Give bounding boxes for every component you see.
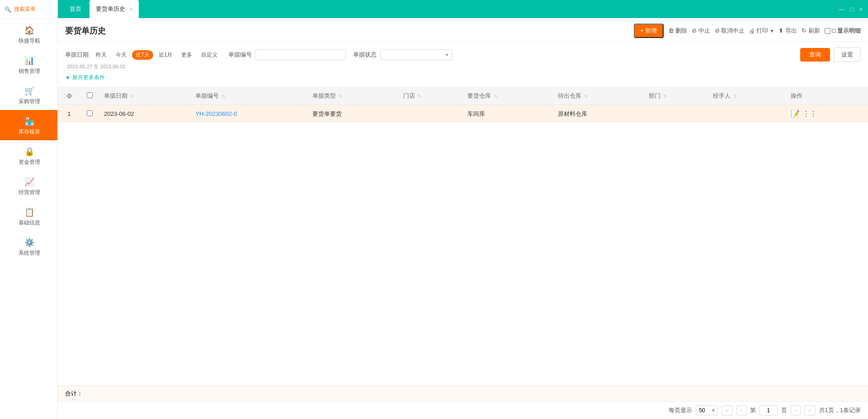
cancel-stop-button[interactable]: ⊘ 取消中止 xyxy=(715,27,745,35)
col-type-label: 单据类型 xyxy=(312,92,336,99)
sort-pending-wh-icon[interactable]: ⇅ xyxy=(584,94,588,99)
date-btn-1month[interactable]: 近1月 xyxy=(155,50,176,60)
sidebar-label-basic-info: 基础信息 xyxy=(19,219,40,227)
per-page-label: 每页显示 xyxy=(669,406,692,414)
sort-type-icon[interactable]: ⇅ xyxy=(339,94,342,99)
row-pending-warehouse: 原材料仓库 xyxy=(552,105,643,123)
table-settings-icon[interactable]: ⚙ xyxy=(66,92,72,100)
filter-row: 单据日期 昨天 今天 近7天 近1月 更多 自定义 单据编号 xyxy=(65,48,861,62)
settings-button[interactable]: 设置 xyxy=(834,48,861,62)
tab-home[interactable]: 首页 xyxy=(63,0,88,18)
col-req-warehouse-label: 要货仓库 xyxy=(467,92,491,99)
row-checkbox[interactable] xyxy=(87,110,93,116)
date-btn-more[interactable]: 更多 xyxy=(178,50,196,60)
first-page-btn[interactable]: « xyxy=(722,405,733,415)
query-button[interactable]: 查询 xyxy=(800,48,830,62)
sidebar-item-operations[interactable]: 📈 经营管理 xyxy=(0,171,57,201)
sidebar-item-purchase[interactable]: 🛒 采购管理 xyxy=(0,80,57,110)
system-icon: ⚙️ xyxy=(24,238,34,248)
col-no-label: 单据编号 xyxy=(195,92,219,99)
inventory-icon: 🏪 xyxy=(24,116,34,126)
sidebar: 🔍 搜索菜单 🏠 快捷导航 📊 销售管理 🛒 采购管理 🏪 库存核算 🔒 资金管… xyxy=(0,0,58,419)
row-date: 2023-06-02 xyxy=(99,105,190,123)
select-all-checkbox[interactable] xyxy=(87,92,93,98)
sidebar-item-finance[interactable]: 🔒 资金管理 xyxy=(0,140,57,171)
page-label-after: 页 xyxy=(781,406,787,414)
expand-more-btn[interactable]: ▼ 展开更多条件 xyxy=(65,74,861,81)
home-icon: 🏠 xyxy=(24,25,34,35)
sort-dept-icon[interactable]: ⇅ xyxy=(663,94,667,99)
sidebar-item-quick-nav[interactable]: 🏠 快捷导航 xyxy=(0,19,57,49)
tab-active[interactable]: 要货单历史 × xyxy=(90,0,139,18)
sidebar-item-basic-info[interactable]: 📋 基础信息 xyxy=(0,201,57,231)
col-actions: 操作 xyxy=(785,87,868,105)
col-store-label: 门店 xyxy=(403,92,415,99)
status-label: 单据状态 xyxy=(353,51,377,59)
next-page-btn[interactable]: › xyxy=(791,405,801,415)
expand-icon: ▼ xyxy=(65,75,71,81)
date-btn-7days[interactable]: 近7天 xyxy=(132,50,153,60)
delete-button[interactable]: 🗑 删除 xyxy=(668,27,688,35)
more-action-btn[interactable]: ⋮⋮ xyxy=(802,110,817,118)
main-area: 首页 要货单历史 × — □ × 要货单历史 + 新增 🗑 删除 ⊘ 中止 ⊘ … xyxy=(58,0,868,419)
display-detail-toggle[interactable]: □ 显示明细 xyxy=(825,27,861,35)
col-select-all xyxy=(80,87,99,105)
col-settings: ⚙ xyxy=(58,87,80,105)
page-label-before: 第 xyxy=(750,406,756,414)
search-menu[interactable]: 🔍 搜索菜单 xyxy=(0,0,57,19)
date-btn-yesterday[interactable]: 昨天 xyxy=(92,50,110,60)
table-header-row: ⚙ 单据日期 ⇅ 单据编号 ⇅ xyxy=(58,87,868,105)
action-buttons: 📝 ⋮⋮ xyxy=(791,110,863,118)
last-page-btn[interactable]: » xyxy=(804,405,816,415)
filter-actions: 查询 设置 xyxy=(800,48,861,62)
tab-active-label: 要货单历史 xyxy=(96,5,125,13)
maximize-btn[interactable]: □ xyxy=(850,6,854,13)
per-page-select[interactable]: 50 100 200 xyxy=(696,405,718,415)
col-req-warehouse: 要货仓库 ⇅ xyxy=(462,87,552,105)
display-detail-checkbox[interactable] xyxy=(825,28,830,34)
page-number-input[interactable] xyxy=(760,405,778,415)
date-btn-custom[interactable]: 自定义 xyxy=(198,50,221,60)
prev-page-btn[interactable]: ‹ xyxy=(736,405,746,415)
sort-no-icon[interactable]: ⇅ xyxy=(222,94,225,99)
col-handler: 经手人 ⇅ xyxy=(708,87,785,105)
row-checkbox-cell xyxy=(80,105,99,123)
table-row: 1 2023-06-02 YH-20230602-0 要货单要货 车间库 原材料… xyxy=(58,105,868,123)
minimize-btn[interactable]: — xyxy=(839,6,845,13)
tab-home-label: 首页 xyxy=(70,5,81,13)
refresh-button[interactable]: ↻ 刷新 xyxy=(802,27,820,35)
date-btn-today[interactable]: 今天 xyxy=(112,50,130,60)
col-date-label: 单据日期 xyxy=(104,92,127,99)
doc-no-filter-group: 单据编号 xyxy=(228,49,346,60)
status-input[interactable] xyxy=(380,49,453,60)
topbar: 首页 要货单历史 × — □ × xyxy=(58,0,868,18)
row-type: 要货单要货 xyxy=(307,105,397,123)
doc-no-input[interactable] xyxy=(255,49,346,60)
search-icon: 🔍 xyxy=(5,6,11,13)
sort-req-wh-icon[interactable]: ⇅ xyxy=(494,94,497,99)
sort-handler-icon[interactable]: ⇅ xyxy=(733,94,737,99)
print-button[interactable]: 🖨 打印 ▼ xyxy=(749,27,774,35)
sidebar-label-finance: 资金管理 xyxy=(19,158,40,166)
sidebar-item-sales[interactable]: 📊 销售管理 xyxy=(0,49,57,80)
sidebar-label-purchase: 采购管理 xyxy=(19,98,40,105)
sort-date-icon[interactable]: ⇅ xyxy=(130,94,134,99)
window-close-btn[interactable]: × xyxy=(859,6,863,13)
tab-close-icon[interactable]: × xyxy=(130,6,132,12)
stop-button[interactable]: ⊘ 中止 xyxy=(692,27,710,35)
row-dept xyxy=(643,105,708,123)
export-button[interactable]: ⬆ 导出 xyxy=(778,27,797,35)
sidebar-item-inventory[interactable]: 🏪 库存核算 xyxy=(0,110,57,140)
search-menu-label: 搜索菜单 xyxy=(14,5,36,13)
row-req-warehouse: 车间库 xyxy=(462,105,552,123)
add-button[interactable]: + 新增 xyxy=(634,24,664,38)
basic-info-icon: 📋 xyxy=(24,207,34,217)
row-no-link[interactable]: YH-20230602-0 xyxy=(195,110,237,117)
col-type: 单据类型 ⇅ xyxy=(307,87,397,105)
edit-action-btn[interactable]: 📝 xyxy=(791,110,800,118)
sidebar-item-system[interactable]: ⚙️ 系统管理 xyxy=(0,231,57,262)
col-dept-label: 部门 xyxy=(649,92,660,99)
sort-store-icon[interactable]: ⇅ xyxy=(417,94,421,99)
col-pending-warehouse-label: 待出仓库 xyxy=(558,92,581,99)
date-range-display: 2023-05-27 至 2023-06-02 xyxy=(67,64,126,69)
